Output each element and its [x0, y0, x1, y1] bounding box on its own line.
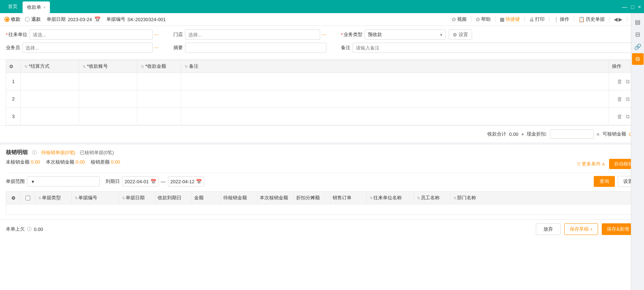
- toolbar-right: ⊙ 视频 ⊙ 帮助 ▦ 快捷键 🖨 打印 ⋮ 操作: [452, 16, 640, 23]
- row-remarks-2[interactable]: [181, 90, 609, 108]
- nav-arrows: ◀ ▶: [614, 16, 623, 22]
- copy-icon-3[interactable]: ⧉: [626, 113, 630, 119]
- delete-icon-3[interactable]: 🗑: [617, 113, 623, 119]
- remarks-input[interactable]: [353, 43, 638, 53]
- radio-receive[interactable]: 收款: [4, 16, 20, 23]
- toolbar: 收款 退款 单据日期 2023-03-24 📅 单据编号 SK-20230324…: [0, 13, 644, 26]
- copy-icon-1[interactable]: ⧉: [626, 78, 630, 85]
- history-btn[interactable]: 📋 历史单据: [578, 16, 605, 23]
- verify-info-icon[interactable]: ⓘ: [32, 149, 37, 156]
- calendar-icon[interactable]: 📅: [94, 16, 101, 22]
- more-conditions-btn[interactable]: ▽ 更多条件 ∧: [577, 161, 605, 167]
- settings-label: 设置: [459, 31, 468, 38]
- store-input[interactable]: [185, 30, 320, 40]
- this-order-icon[interactable]: ⓘ: [27, 226, 32, 232]
- save-draft-btn[interactable]: 保存草稿 ∧: [564, 223, 598, 235]
- dth-staff: ⇅ 员工名称: [414, 192, 451, 204]
- row-account-3[interactable]: [79, 108, 137, 125]
- range-select[interactable]: ▾: [27, 176, 100, 187]
- divider-6: [609, 16, 609, 22]
- due-date-to[interactable]: 2022-04-12 📅: [168, 176, 205, 187]
- dth-current-amount: 本次核销金额: [258, 192, 294, 204]
- operate-label: 操作: [560, 16, 569, 23]
- dth-date-label: 单据日期: [126, 195, 145, 201]
- form-settings-btn[interactable]: ⚙ 设置: [449, 30, 472, 40]
- row-account-1[interactable]: [79, 73, 137, 90]
- home-tab[interactable]: 首页: [3, 0, 23, 13]
- operate-icon: ⋮: [554, 16, 559, 22]
- active-tab[interactable]: 收款单 ×: [23, 1, 50, 13]
- diff-stat: 核销差额 0.00: [91, 159, 120, 165]
- row-remarks-3[interactable]: [181, 108, 609, 125]
- filter-row: 单据范围 ▾ 到期日 2022-04-01 📅 — 2022-04-12 📅: [6, 173, 638, 190]
- save-new-label: 保存&新增: [607, 226, 629, 232]
- prev-btn[interactable]: ◀: [614, 16, 618, 22]
- number-value: SK-20230324-001: [127, 17, 166, 22]
- current-stat: 本次核销金额 0.00: [46, 159, 85, 165]
- select-all-checkbox[interactable]: [25, 196, 30, 200]
- radio-receive-label: 收款: [11, 16, 20, 23]
- delete-icon-1[interactable]: 🗑: [617, 78, 623, 85]
- required-star-1: *: [6, 32, 8, 38]
- dth-gear-cell[interactable]: ⚙: [6, 192, 21, 204]
- window-min-btn[interactable]: —: [622, 4, 627, 10]
- done-tab[interactable]: 已核销单据(0笔): [80, 149, 114, 156]
- summary-input[interactable]: [185, 43, 326, 53]
- pending-tab[interactable]: 待核销单据(0笔): [41, 149, 75, 156]
- copy-icon-2[interactable]: ⧉: [626, 96, 630, 102]
- row-settlement-2[interactable]: [21, 90, 79, 108]
- sidebar-link-icon[interactable]: 🔗: [632, 41, 644, 52]
- divider-3: [524, 16, 525, 22]
- sort-icon-remarks: ⇅: [185, 64, 188, 68]
- table-row: 1 🗑 ⧉: [6, 73, 638, 90]
- row-remarks-1[interactable]: [181, 73, 609, 90]
- shortcut-btn[interactable]: ▦ 快捷键: [500, 16, 520, 23]
- video-btn[interactable]: ⊙ 视频: [452, 16, 467, 23]
- help-icon: ⊙: [476, 16, 480, 22]
- video-icon: ⊙: [452, 16, 456, 22]
- operate-btn[interactable]: ⋮ 操作: [554, 16, 569, 23]
- help-label: 帮助: [481, 16, 491, 23]
- sidebar-expand-icon[interactable]: ⧉: [632, 53, 644, 65]
- counterparty-more-btn[interactable]: ···: [154, 31, 159, 38]
- row-amount-2[interactable]: [137, 90, 181, 108]
- radio-refund-label: 退款: [31, 16, 41, 23]
- remarks-field: 备注: [341, 43, 638, 53]
- business-type-label: 业务类型: [343, 31, 362, 38]
- row-account-2[interactable]: [79, 90, 137, 108]
- tab-close-icon[interactable]: ×: [43, 5, 46, 9]
- dth-check-cell[interactable]: [21, 193, 35, 203]
- row-amount-3[interactable]: [137, 108, 181, 125]
- window-close-btn[interactable]: ×: [638, 4, 641, 10]
- number-label: 单据编号: [106, 16, 125, 23]
- print-icon: 🖨: [529, 16, 534, 22]
- discount-input[interactable]: [550, 129, 594, 139]
- staff-more-btn[interactable]: ···: [154, 44, 159, 51]
- date-value: 2023-03-24: [68, 17, 92, 22]
- help-btn[interactable]: ⊙ 帮助: [476, 16, 491, 23]
- dth-pending-amount: 待核销金额: [221, 192, 258, 204]
- row-settlement-1[interactable]: [21, 73, 79, 90]
- history-icon: 📋: [578, 16, 585, 22]
- abandon-btn[interactable]: 放弃: [536, 223, 561, 235]
- row-amount-1[interactable]: [137, 73, 181, 90]
- delete-icon-2[interactable]: 🗑: [617, 96, 623, 102]
- business-type-select[interactable]: 预收款 ▾: [365, 30, 446, 40]
- row-settlement-3[interactable]: [21, 108, 79, 125]
- next-btn[interactable]: ▶: [619, 16, 623, 22]
- sidebar-table-icon[interactable]: ▤: [632, 16, 644, 28]
- plus-label: +: [521, 132, 524, 137]
- radio-refund[interactable]: 退款: [25, 16, 41, 23]
- staff-input[interactable]: [22, 43, 153, 53]
- store-more-btn[interactable]: ···: [322, 31, 326, 38]
- diff-value: 0.00: [111, 159, 120, 165]
- print-btn[interactable]: 🖨 打印: [529, 16, 545, 23]
- chevron-down-icon: ▾: [440, 32, 443, 38]
- dth-counterparty-label: 往来单位名称: [373, 195, 402, 201]
- window-max-btn[interactable]: □: [631, 4, 634, 10]
- due-date-from[interactable]: 2022-04-01 📅: [122, 176, 159, 187]
- counterparty-input[interactable]: [30, 30, 153, 40]
- sidebar-list-icon[interactable]: ⊟: [632, 28, 644, 40]
- query-btn[interactable]: 查询: [594, 176, 615, 187]
- col-gear[interactable]: ⚙: [6, 60, 21, 73]
